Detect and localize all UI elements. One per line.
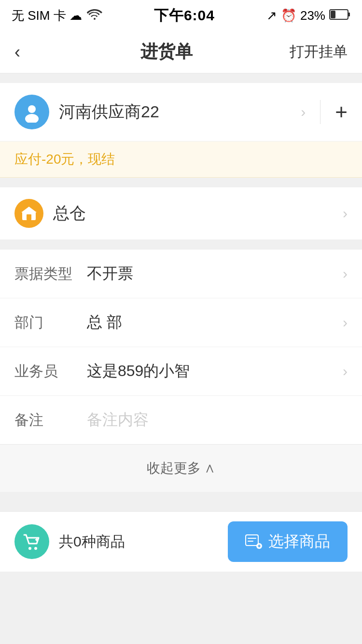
page-title: 进货单 xyxy=(140,40,193,64)
invoice-type-value: 不开票 xyxy=(82,263,343,284)
svg-point-3 xyxy=(28,105,36,113)
department-row[interactable]: 部门 总 部 › xyxy=(0,298,362,347)
invoice-type-label: 票据类型 xyxy=(14,264,82,284)
svg-rect-10 xyxy=(246,535,258,546)
invoice-type-row[interactable]: 票据类型 不开票 › xyxy=(0,249,362,298)
remark-input[interactable]: 备注内容 xyxy=(82,409,348,431)
supplier-add-button[interactable]: + xyxy=(335,100,348,124)
page-rest xyxy=(0,572,362,644)
alert-banner: 应付-20元，现结 xyxy=(0,141,362,178)
supplier-avatar xyxy=(14,95,49,129)
warehouse-arrow-icon: › xyxy=(343,205,348,222)
select-goods-label: 选择商品 xyxy=(268,531,330,552)
supplier-row[interactable]: 河南供应商22 › + xyxy=(0,83,362,141)
form-section: 票据类型 不开票 › 部门 总 部 › 业务员 这是859的小智 › 备注 备注… xyxy=(0,249,362,492)
svg-point-4 xyxy=(25,114,39,123)
location-icon: ↗ xyxy=(266,8,277,23)
section-gap-1 xyxy=(0,73,362,83)
alarm-icon: ⏰ xyxy=(281,8,296,23)
svg-rect-7 xyxy=(27,214,31,220)
salesperson-arrow-icon: › xyxy=(343,363,348,379)
invoice-type-arrow-icon: › xyxy=(343,266,348,282)
signal-text: 无 SIM 卡 ☁ xyxy=(12,7,82,24)
goods-count: 共0种商品 xyxy=(59,532,228,552)
svg-point-8 xyxy=(28,547,31,550)
supplier-name: 河南供应商22 xyxy=(59,101,301,123)
salesperson-row[interactable]: 业务员 这是859的小智 › xyxy=(0,347,362,395)
battery-icon xyxy=(329,8,350,23)
battery-text: 23% xyxy=(300,8,325,23)
supplier-arrow-icon: › xyxy=(301,104,306,120)
supplier-divider xyxy=(320,100,320,124)
bottom-bar: 共0种商品 选择商品 xyxy=(0,511,362,572)
open-pending-button[interactable]: 打开挂单 xyxy=(290,42,348,62)
warehouse-name: 总仓 xyxy=(53,202,343,224)
collapse-button[interactable]: 收起更多 ∧ xyxy=(0,444,362,492)
section-gap-4 xyxy=(0,492,362,502)
department-value: 总 部 xyxy=(82,312,343,333)
svg-rect-1 xyxy=(348,13,350,16)
back-button[interactable]: ‹ xyxy=(14,42,43,62)
supplier-section: 河南供应商22 › + 应付-20元，现结 xyxy=(0,83,362,178)
nav-bar: ‹ 进货单 打开挂单 xyxy=(0,31,362,73)
remark-row[interactable]: 备注 备注内容 xyxy=(0,395,362,444)
department-label: 部门 xyxy=(14,313,82,333)
warehouse-icon xyxy=(14,199,43,228)
salesperson-value: 这是859的小智 xyxy=(82,361,343,382)
status-time: 下午6:04 xyxy=(154,6,215,26)
status-bar: 无 SIM 卡 ☁ 下午6:04 ↗ ⏰ 23% xyxy=(0,0,362,31)
section-gap-2 xyxy=(0,178,362,187)
status-right: ↗ ⏰ 23% xyxy=(266,8,350,23)
warehouse-row[interactable]: 总仓 › xyxy=(0,187,362,239)
svg-point-9 xyxy=(34,547,37,550)
remark-label: 备注 xyxy=(14,410,82,430)
salesperson-label: 业务员 xyxy=(14,362,82,381)
warehouse-section[interactable]: 总仓 › xyxy=(0,187,362,239)
svg-marker-6 xyxy=(21,207,37,212)
cart-icon xyxy=(14,524,49,559)
department-arrow-icon: › xyxy=(343,314,348,331)
status-left: 无 SIM 卡 ☁ xyxy=(12,7,102,24)
select-goods-button[interactable]: 选择商品 xyxy=(228,521,348,562)
section-gap-3 xyxy=(0,239,362,249)
wifi-icon xyxy=(87,8,102,23)
svg-rect-2 xyxy=(331,11,335,18)
